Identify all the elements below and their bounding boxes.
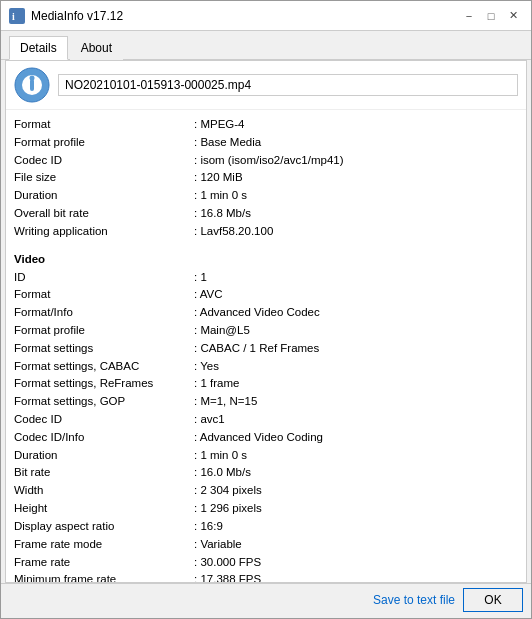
info-row: Codec IDavc1 bbox=[14, 411, 518, 429]
info-row: ID1 bbox=[14, 269, 518, 287]
info-val: 16.0 Mb/s bbox=[194, 464, 518, 482]
content-area: FormatMPEG-4Format profileBase MediaCode… bbox=[5, 60, 527, 583]
tab-bar: Details About bbox=[1, 31, 531, 60]
info-key: Video bbox=[14, 251, 194, 269]
info-row: Format settings, GOPM=1, N=15 bbox=[14, 393, 518, 411]
info-val: CABAC / 1 Ref Frames bbox=[194, 340, 518, 358]
info-row: Frame rate30.000 FPS bbox=[14, 554, 518, 572]
info-key: Overall bit rate bbox=[14, 205, 194, 223]
minimize-button[interactable]: − bbox=[459, 6, 479, 26]
info-key: Codec ID bbox=[14, 411, 194, 429]
info-val: MPEG-4 bbox=[194, 116, 518, 134]
info-key: Frame rate mode bbox=[14, 536, 194, 554]
info-key: Format profile bbox=[14, 134, 194, 152]
info-row: Minimum frame rate17.388 FPS bbox=[14, 571, 518, 582]
info-val: Base Media bbox=[194, 134, 518, 152]
info-key: Codec ID/Info bbox=[14, 429, 194, 447]
close-button[interactable]: ✕ bbox=[503, 6, 523, 26]
info-val: avc1 bbox=[194, 411, 518, 429]
app-icon: i bbox=[9, 8, 25, 24]
info-row: Codec IDisom (isom/iso2/avc1/mp41) bbox=[14, 152, 518, 170]
info-key: Frame rate bbox=[14, 554, 194, 572]
info-row: Format profileMain@L5 bbox=[14, 322, 518, 340]
main-window: i MediaInfo v17.12 − □ ✕ Details About bbox=[0, 0, 532, 619]
svg-rect-4 bbox=[30, 79, 34, 91]
section-gap bbox=[14, 241, 518, 251]
info-val: 17.388 FPS bbox=[194, 571, 518, 582]
filename-bar bbox=[6, 61, 526, 110]
info-row: Bit rate16.0 Mb/s bbox=[14, 464, 518, 482]
title-bar: i MediaInfo v17.12 − □ ✕ bbox=[1, 1, 531, 31]
footer: Save to text file OK bbox=[1, 583, 531, 618]
info-key: Duration bbox=[14, 447, 194, 465]
info-row: Duration1 min 0 s bbox=[14, 187, 518, 205]
info-row: Format profileBase Media bbox=[14, 134, 518, 152]
file-icon bbox=[14, 67, 50, 103]
svg-text:i: i bbox=[12, 11, 15, 22]
info-val: Lavf58.20.100 bbox=[194, 223, 518, 241]
info-row: Width2 304 pixels bbox=[14, 482, 518, 500]
info-key: Format bbox=[14, 116, 194, 134]
info-val: 16.8 Mb/s bbox=[194, 205, 518, 223]
info-val: 120 MiB bbox=[194, 169, 518, 187]
info-val: 16:9 bbox=[194, 518, 518, 536]
info-val: Main@L5 bbox=[194, 322, 518, 340]
title-controls: − □ ✕ bbox=[459, 6, 523, 26]
info-key: Format bbox=[14, 286, 194, 304]
tab-about[interactable]: About bbox=[70, 36, 123, 60]
info-val: 1 bbox=[194, 269, 518, 287]
info-row: Format settings, CABACYes bbox=[14, 358, 518, 376]
info-val: 30.000 FPS bbox=[194, 554, 518, 572]
info-key: Duration bbox=[14, 187, 194, 205]
info-row: Display aspect ratio16:9 bbox=[14, 518, 518, 536]
info-key: Format settings, GOP bbox=[14, 393, 194, 411]
filename-input[interactable] bbox=[58, 74, 518, 96]
info-area[interactable]: FormatMPEG-4Format profileBase MediaCode… bbox=[6, 110, 526, 582]
info-row: File size120 MiB bbox=[14, 169, 518, 187]
title-bar-left: i MediaInfo v17.12 bbox=[9, 8, 123, 24]
info-row: Format/InfoAdvanced Video Codec bbox=[14, 304, 518, 322]
info-val: 1 296 pixels bbox=[194, 500, 518, 518]
info-val: Advanced Video Coding bbox=[194, 429, 518, 447]
info-val: 1 min 0 s bbox=[194, 187, 518, 205]
info-key: Bit rate bbox=[14, 464, 194, 482]
info-key: Codec ID bbox=[14, 152, 194, 170]
info-key: Width bbox=[14, 482, 194, 500]
info-key: Display aspect ratio bbox=[14, 518, 194, 536]
info-key: Format settings, ReFrames bbox=[14, 375, 194, 393]
info-row: Video bbox=[14, 251, 518, 269]
info-row: FormatAVC bbox=[14, 286, 518, 304]
info-val: M=1, N=15 bbox=[194, 393, 518, 411]
info-val: 1 min 0 s bbox=[194, 447, 518, 465]
info-val: Yes bbox=[194, 358, 518, 376]
info-key: ID bbox=[14, 269, 194, 287]
info-row: Writing applicationLavf58.20.100 bbox=[14, 223, 518, 241]
info-key: Minimum frame rate bbox=[14, 571, 194, 582]
ok-button[interactable]: OK bbox=[463, 588, 523, 612]
info-key: Format profile bbox=[14, 322, 194, 340]
info-key: Format settings, CABAC bbox=[14, 358, 194, 376]
info-val: isom (isom/iso2/avc1/mp41) bbox=[194, 152, 518, 170]
info-val: Advanced Video Codec bbox=[194, 304, 518, 322]
info-row: Height1 296 pixels bbox=[14, 500, 518, 518]
info-val: AVC bbox=[194, 286, 518, 304]
info-key: Writing application bbox=[14, 223, 194, 241]
maximize-button[interactable]: □ bbox=[481, 6, 501, 26]
info-key: File size bbox=[14, 169, 194, 187]
info-val: 2 304 pixels bbox=[194, 482, 518, 500]
svg-point-5 bbox=[30, 76, 35, 81]
info-key: Format settings bbox=[14, 340, 194, 358]
info-row: Format settingsCABAC / 1 Ref Frames bbox=[14, 340, 518, 358]
info-val: 1 frame bbox=[194, 375, 518, 393]
tab-details[interactable]: Details bbox=[9, 36, 68, 60]
save-to-text-link[interactable]: Save to text file bbox=[373, 593, 455, 607]
info-key: Height bbox=[14, 500, 194, 518]
info-row: Overall bit rate16.8 Mb/s bbox=[14, 205, 518, 223]
info-row: FormatMPEG-4 bbox=[14, 116, 518, 134]
info-val: Variable bbox=[194, 536, 518, 554]
info-key: Format/Info bbox=[14, 304, 194, 322]
info-row: Format settings, ReFrames1 frame bbox=[14, 375, 518, 393]
info-row: Frame rate modeVariable bbox=[14, 536, 518, 554]
window-title: MediaInfo v17.12 bbox=[31, 9, 123, 23]
info-row: Duration1 min 0 s bbox=[14, 447, 518, 465]
